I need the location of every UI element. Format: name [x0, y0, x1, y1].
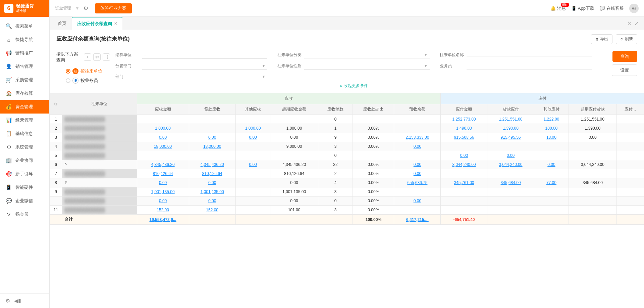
- sidebar-item-operations[interactable]: 📊 经营管理: [0, 114, 49, 127]
- col-settings[interactable]: ⚙: [50, 93, 62, 115]
- footer-ar-amount[interactable]: 19,553,472,6...: [137, 215, 189, 225]
- sidebar-item-search[interactable]: 🔍 搜索菜单: [0, 19, 49, 33]
- add-scheme-button[interactable]: +: [84, 53, 91, 61]
- row-ar-loan[interactable]: 810,126.64: [189, 169, 235, 178]
- sidebar-label-hardware: 智能硬件: [15, 184, 33, 190]
- row-ar-amount[interactable]: 810,126.64: [137, 169, 189, 178]
- tab-close-icon[interactable]: ✕: [114, 21, 117, 26]
- row-ap-amount[interactable]: 0.00: [441, 151, 487, 160]
- settings-icon[interactable]: ⚙: [54, 102, 58, 106]
- row-ar-other[interactable]: 1,000.00: [235, 124, 270, 133]
- sidebar-item-marketing[interactable]: 📢 营销推广: [0, 46, 49, 60]
- row-ar-amount[interactable]: 0.00: [137, 178, 189, 187]
- partner-name-input[interactable]: [467, 53, 592, 56]
- close-window-icon[interactable]: ✕: [627, 20, 632, 27]
- row-ar-loan[interactable]: 18,000.00: [189, 142, 235, 151]
- sidebar-item-system[interactable]: ⚙ 系统管理: [0, 140, 49, 154]
- sidebar-item-member[interactable]: V 畅会员: [0, 208, 49, 221]
- row-ap-other[interactable]: 100.00: [534, 124, 569, 133]
- row-ap-other[interactable]: 13.00: [534, 133, 569, 142]
- sidebar-item-hardware[interactable]: 📱 智能硬件: [0, 181, 49, 194]
- user-avatar[interactable]: Rit: [629, 4, 639, 13]
- promo-button[interactable]: 体验行业方案: [95, 3, 132, 13]
- row-ar-loan[interactable]: 152.00: [189, 206, 235, 215]
- row-ap-amount[interactable]: 345,761.00: [441, 178, 487, 187]
- online-service-button[interactable]: 💬 在线客服: [600, 5, 624, 11]
- collapse-scheme-button[interactable]: 《: [103, 53, 110, 61]
- row-ar-other[interactable]: 0.00: [235, 133, 270, 142]
- dept-manager-input[interactable]: ▼: [142, 62, 267, 70]
- filter-by-partner[interactable]: 往 按往来单位: [66, 67, 110, 75]
- row-ar-prepay[interactable]: 655,636.75: [394, 178, 441, 187]
- row-ar-prepay[interactable]: 0.00: [394, 160, 441, 169]
- row-ar-loan[interactable]: 1,001,135.00: [189, 187, 235, 196]
- gear-icon[interactable]: ⚙: [84, 5, 88, 11]
- row-ar-loan[interactable]: 4,345,436.20: [189, 160, 235, 169]
- row-ar-overdue: 4,345,436.20: [270, 160, 318, 169]
- row-partner: ██████████████: [62, 206, 137, 215]
- settings-icon[interactable]: ⚙: [5, 298, 10, 304]
- department-input[interactable]: ▼: [142, 73, 267, 80]
- row-ar-other[interactable]: 0.00: [235, 160, 270, 169]
- row-ap-other[interactable]: 77.00: [534, 178, 569, 187]
- sidebar-icon-hardware: 📱: [5, 184, 12, 191]
- row-ar-amount[interactable]: 1,000.00: [137, 124, 189, 133]
- salesperson-input[interactable]: ···: [467, 62, 592, 70]
- row-ap-loan[interactable]: 1,390.00: [487, 124, 534, 133]
- row-ar-prepay[interactable]: 0.00: [394, 196, 441, 206]
- sidebar-item-finance[interactable]: 💰 资金管理: [0, 100, 49, 114]
- chevron-down-icon[interactable]: ▼: [75, 6, 79, 11]
- collapse-button[interactable]: ∧ 收起更多条件: [339, 83, 368, 89]
- row-ap-amount[interactable]: 1,490.00: [441, 124, 487, 133]
- row-ap-loan[interactable]: 0.00: [487, 151, 534, 160]
- row-ar-other: [235, 187, 270, 196]
- sidebar-item-sales[interactable]: 👤 销售管理: [0, 60, 49, 73]
- sidebar-item-guide[interactable]: 🎯 新手引导: [0, 167, 49, 181]
- row-ar-loan[interactable]: 0.00: [189, 196, 235, 206]
- row-ar-prepay[interactable]: 0.00: [394, 169, 441, 178]
- query-button[interactable]: 查询: [612, 51, 637, 62]
- row-ap-loan[interactable]: 1,251,551.00: [487, 115, 534, 124]
- row-ar-amount[interactable]: 1,001,135.00: [137, 187, 189, 196]
- tab-ar-ap[interactable]: 应收应付余额查询 ✕: [72, 17, 122, 30]
- footer-ap-loan: [487, 215, 534, 225]
- row-ap-other[interactable]: 0.00: [534, 160, 569, 169]
- notifications-button[interactable]: 🔔 消息 99+: [550, 5, 566, 11]
- row-ar-amount[interactable]: 152.00: [137, 206, 189, 215]
- row-ap-amount[interactable]: 3,044,240.00: [441, 160, 487, 169]
- tab-home[interactable]: 首页: [52, 17, 72, 30]
- salesperson-label: 业务员: [440, 63, 464, 69]
- row-ar-amount[interactable]: 0.00: [137, 196, 189, 206]
- settlement-unit-input[interactable]: ···: [142, 51, 267, 59]
- row-ar-prepay[interactable]: 0.00: [394, 142, 441, 151]
- export-button[interactable]: ⬆ 导出: [591, 34, 612, 44]
- collapse-icon[interactable]: ◀▮: [14, 298, 21, 304]
- row-ap-other[interactable]: 1,222.00: [534, 115, 569, 124]
- refresh-button[interactable]: ↻ 刷新: [616, 34, 637, 44]
- row-ar-amount[interactable]: 0.00: [137, 133, 189, 142]
- sidebar-item-corp[interactable]: 🏢 企业协同: [0, 154, 49, 167]
- sidebar-item-purchase[interactable]: 🛒 采购管理: [0, 73, 49, 87]
- sidebar-item-warehouse[interactable]: 🏠 库存核算: [0, 87, 49, 100]
- row-ar-prepay[interactable]: 2,153,333.00: [394, 133, 441, 142]
- row-ap-amount[interactable]: 1,252,773.00: [441, 115, 487, 124]
- row-ar-loan[interactable]: 0.00: [189, 178, 235, 187]
- sidebar-item-base[interactable]: 📋 基础信息: [0, 127, 49, 140]
- sidebar-item-wechat[interactable]: 💬 企业微信: [0, 194, 49, 208]
- edit-scheme-button[interactable]: ⚙: [93, 53, 101, 61]
- filter-by-staff[interactable]: 👤 按业务员: [66, 77, 110, 85]
- row-ar-amount[interactable]: 18,000.00: [137, 142, 189, 151]
- partner-nature-input[interactable]: ▼: [304, 62, 429, 70]
- row-ap-loan[interactable]: 3,044,240.00: [487, 160, 534, 169]
- row-ar-amount[interactable]: 4,345,436.20: [137, 160, 189, 169]
- row-ap-loan[interactable]: 915,495.56: [487, 133, 534, 142]
- partner-category-input[interactable]: ▼: [304, 51, 429, 58]
- row-ar-loan[interactable]: 0.00: [189, 133, 235, 142]
- footer-ar-prepay[interactable]: 6,417,215....: [394, 215, 441, 225]
- row-ap-loan[interactable]: 345,684.00: [487, 178, 534, 187]
- row-ap-amount[interactable]: 915,508.56: [441, 133, 487, 142]
- maximize-icon[interactable]: ⤢: [634, 20, 639, 27]
- app-download-button[interactable]: 📱 App下载: [571, 5, 594, 11]
- setting-button[interactable]: 设置: [612, 64, 637, 76]
- sidebar-item-nav[interactable]: ⌂ 快捷导航: [0, 33, 49, 46]
